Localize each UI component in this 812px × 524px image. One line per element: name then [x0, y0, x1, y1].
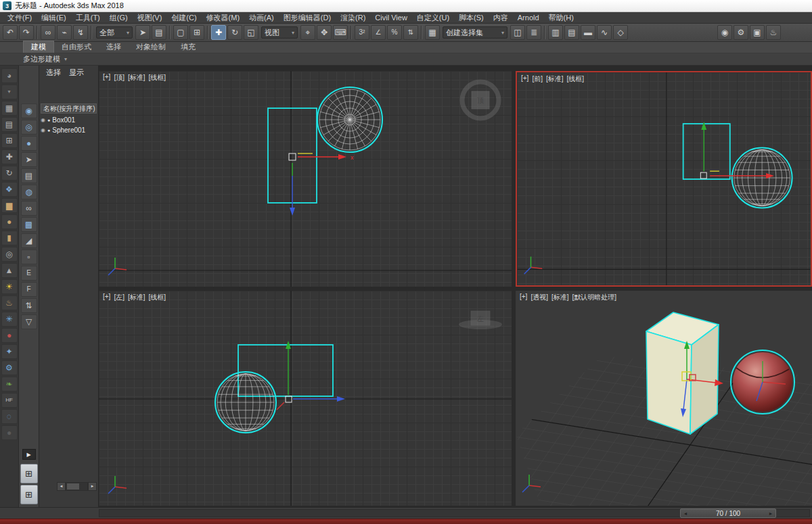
panel-grid-icon[interactable]: ▤ — [1, 117, 18, 132]
move-mini-icon[interactable]: ✚ — [1, 149, 18, 164]
rotate-mini-icon[interactable]: ↻ — [1, 166, 18, 181]
polygon-modeling-panel-label[interactable]: 多边形建模 — [23, 54, 60, 64]
selection-filter-dropdown[interactable]: 全部▾ — [96, 26, 133, 39]
particle-spray-icon[interactable]: ✳ — [1, 312, 18, 327]
menu-item[interactable]: 脚本(S) — [454, 13, 489, 23]
f-icon[interactable]: F — [21, 282, 37, 297]
name-column-header[interactable]: 名称(按升序排序) — [41, 103, 97, 114]
viewport-layout-button[interactable]: ⊞ — [20, 485, 38, 504]
window-crossing-icon[interactable]: ⊞ — [189, 25, 204, 40]
lattice-icon[interactable]: ❖ — [1, 182, 18, 197]
toggle-layer-explorer-icon[interactable]: ▤ — [564, 25, 579, 40]
select-by-name-icon[interactable]: ▤ — [152, 25, 166, 40]
horizontal-scrollbar[interactable]: ◂ ▸ — [57, 481, 97, 491]
scrollbar-track[interactable] — [66, 482, 88, 491]
sphere-primitive-icon[interactable]: ● — [1, 214, 18, 229]
viewport-top[interactable]: [+] [顶] [标准] [线框] — [99, 71, 512, 287]
display-dot-icon[interactable]: ◉ — [21, 103, 37, 118]
gear-icon[interactable]: ⚙ — [1, 360, 18, 375]
scroll-left-icon[interactable]: ◂ — [57, 482, 66, 491]
keyboard-override-icon[interactable]: ⌨ — [333, 25, 348, 40]
toggle-scene-explorer-icon[interactable]: ▥ — [548, 25, 563, 40]
viewport-menu-view[interactable]: [透视] — [531, 293, 548, 302]
red-sphere-icon[interactable]: ● — [1, 328, 18, 343]
sphere-object-front-view[interactable] — [732, 148, 792, 208]
scene-object-row[interactable]: ◉ ● Sphere001 — [41, 125, 97, 135]
window-grid-icon[interactable]: ▦ — [1, 101, 18, 116]
menu-item[interactable]: 修改器(M) — [202, 13, 245, 23]
sphere-object-left-view[interactable] — [215, 372, 276, 433]
hf-icon[interactable]: HF — [1, 393, 18, 408]
select-and-move-icon[interactable]: ✚ — [211, 25, 226, 40]
viewport-menu-renderer[interactable]: [标准] — [546, 74, 564, 84]
dot-grid-icon[interactable]: ▩ — [21, 217, 37, 232]
box-object-front-view[interactable] — [683, 124, 730, 179]
menu-item[interactable]: Arnold — [513, 14, 544, 22]
named-selection-sets-dropdown[interactable]: 创建选择集▾ — [443, 26, 508, 39]
visibility-eye-icon[interactable]: ◉ — [41, 117, 45, 123]
scene-explorer-menu-item[interactable]: 显示 — [69, 68, 84, 78]
selection-knob-icon[interactable]: ◕ — [1, 68, 18, 83]
foliage-icon[interactable]: ❧ — [1, 377, 18, 391]
move-gizmo[interactable] — [277, 341, 345, 410]
render-setup-icon[interactable]: ⚙ — [734, 25, 748, 40]
viewport-front[interactable]: [+] [前] [标准] [线框] — [516, 71, 812, 287]
menu-item[interactable]: 动画(A) — [244, 13, 279, 23]
rendered-frame-window-icon[interactable]: ▣ — [750, 25, 765, 40]
spinner-snap-icon[interactable]: ⇅ — [403, 25, 418, 40]
viewport-menu-renderer[interactable]: [标准] — [128, 293, 145, 302]
small-box-icon[interactable]: ▫ — [21, 249, 37, 264]
menu-item[interactable]: 渲染(R) — [336, 13, 370, 23]
menu-item[interactable]: 工具(T) — [71, 13, 105, 23]
select-and-scale-icon[interactable]: ◱ — [244, 25, 258, 40]
scene-object-row[interactable]: ◉ ● Box001 — [41, 115, 97, 125]
helper-icon[interactable]: ✦ — [1, 344, 18, 359]
menu-item[interactable]: 文件(F) — [3, 13, 37, 23]
curve-editor-icon[interactable]: ∿ — [597, 25, 612, 40]
cylinder-primitive-icon[interactable]: ▮ — [1, 231, 18, 245]
edit-named-selection-sets-icon[interactable]: ▦ — [425, 25, 440, 40]
sphere-object-top-view[interactable] — [317, 87, 382, 152]
viewport-menu-view[interactable]: [顶] — [114, 73, 125, 82]
use-pivot-point-icon[interactable]: ⌖ — [300, 25, 315, 40]
viewport-layout-button[interactable]: ⊞ — [20, 464, 38, 483]
menu-item[interactable]: 自定义(U) — [412, 13, 454, 23]
teapot-primitive-icon[interactable]: ♨ — [1, 295, 18, 310]
redo-icon[interactable]: ↷ — [19, 25, 34, 40]
dark-sphere-icon[interactable]: ● — [1, 425, 18, 440]
viewcube[interactable]: 顶 — [462, 82, 499, 118]
viewport-menu-renderer[interactable]: [标准] — [551, 293, 569, 302]
blue-circle-icon[interactable]: ◌ — [1, 409, 18, 424]
menu-item[interactable]: 组(G) — [105, 13, 133, 23]
time-slider-handle[interactable]: ◄ 70 / 100 ► — [680, 508, 776, 518]
viewport-menu-plus[interactable]: [+] — [520, 293, 527, 302]
select-and-manipulate-icon[interactable]: ✥ — [317, 25, 332, 40]
bind-to-space-warp-icon[interactable]: ↯ — [73, 25, 88, 40]
viewport-menu-shading[interactable]: [线框] — [567, 74, 585, 84]
viewport-menu-shading[interactable]: [线框] — [149, 73, 166, 82]
align-icon[interactable]: ≣ — [526, 25, 541, 40]
viewport-menu-plus[interactable]: [+] — [103, 293, 110, 302]
ribbon-tab[interactable]: 自由形式 — [54, 41, 99, 53]
ramp-icon[interactable]: ◢ — [21, 233, 37, 248]
select-object-icon[interactable]: ➤ — [135, 25, 150, 40]
snap-toggle-3d-icon[interactable]: 3² — [355, 25, 369, 40]
updown-arrows-icon[interactable]: ⇅ — [21, 298, 37, 313]
pick-cursor-icon[interactable]: ➤ — [21, 152, 37, 167]
viewport-menu-plus[interactable]: [+] — [103, 73, 110, 82]
sphere-object-3d[interactable] — [731, 350, 794, 414]
undo-icon[interactable]: ↶ — [3, 25, 18, 40]
select-and-link-icon[interactable]: ∞ — [41, 25, 55, 40]
link-chain-icon[interactable]: ∞ — [21, 201, 37, 216]
next-frame-icon[interactable]: ► — [766, 511, 775, 516]
reference-coordinate-dropdown[interactable]: 视图▾ — [261, 26, 298, 39]
scrollbar-thumb[interactable] — [67, 483, 79, 490]
viewport-menu-renderer[interactable]: [标准] — [128, 73, 145, 82]
ribbon-tab[interactable]: 建模 — [23, 41, 54, 53]
viewport-menu-view[interactable]: [前] — [532, 74, 543, 84]
play-button[interactable]: ▶ — [22, 449, 36, 460]
percent-snap-icon[interactable]: % — [387, 25, 402, 40]
snap-window-icon[interactable]: ⊞ — [1, 133, 18, 148]
sphere-tool-icon[interactable]: ● — [21, 136, 37, 151]
viewcube[interactable]: 左 — [459, 311, 502, 329]
